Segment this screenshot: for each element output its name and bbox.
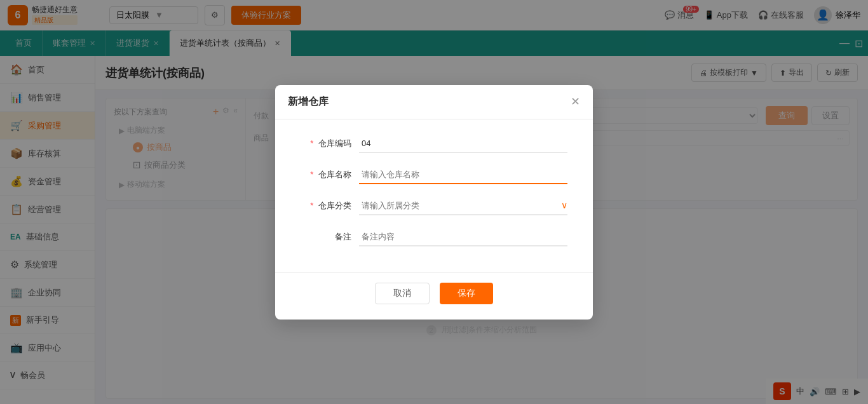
category-input[interactable] [359,197,561,214]
name-label: * 仓库名称 [301,169,351,180]
code-label: * 仓库编码 [301,138,351,149]
form-row-note: 备注 [301,228,567,246]
required-star-3: * [310,201,313,210]
new-warehouse-dialog: 新增仓库 ✕ * 仓库编码 * 仓库名称 [275,85,593,320]
cancel-button[interactable]: 取消 [375,283,430,304]
code-input[interactable] [359,135,567,153]
dialog-body: * 仓库编码 * 仓库名称 * 仓库分类 [275,119,593,269]
form-row-category: * 仓库分类 ∨ [301,197,567,215]
dialog-header: 新增仓库 ✕ [275,85,593,119]
dialog-title: 新增仓库 [288,95,329,109]
dialog-footer: 取消 保存 [275,272,593,320]
dialog-overlay: 新增仓库 ✕ * 仓库编码 * 仓库名称 [0,0,868,404]
required-star: * [310,138,313,148]
note-label: 备注 [301,231,351,243]
category-select-wrap: ∨ [359,197,567,215]
category-label: * 仓库分类 [301,200,351,212]
save-button[interactable]: 保存 [440,283,493,304]
name-input[interactable] [359,166,567,184]
form-row-code: * 仓库编码 [301,135,567,153]
select-arrow-icon: ∨ [561,200,567,210]
note-input[interactable] [359,228,567,246]
dialog-close-button[interactable]: ✕ [571,96,580,107]
required-star-2: * [310,170,313,179]
form-row-name: * 仓库名称 [301,166,567,184]
